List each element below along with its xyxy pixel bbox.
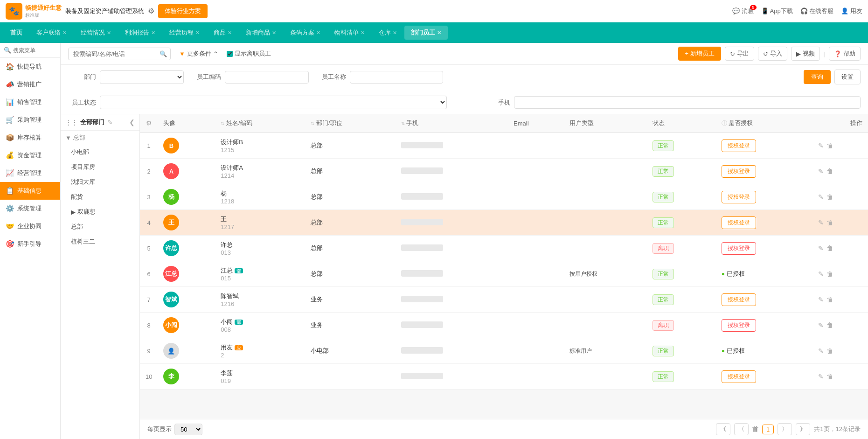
auth-login-button[interactable]: 授权登录: [722, 139, 756, 152]
edit-icon[interactable]: ✎: [818, 219, 824, 226]
sort-icon-name[interactable]: ⇅: [221, 121, 224, 126]
settings-icon[interactable]: ⚙: [146, 119, 152, 127]
dept-item-project[interactable]: 项目库房: [61, 160, 139, 174]
auth-login-button[interactable]: 授权登录: [722, 293, 756, 306]
show-resigned-input[interactable]: [227, 51, 233, 57]
filter-dept-select[interactable]: [100, 70, 184, 84]
current-page[interactable]: 1: [762, 425, 774, 434]
tab-customer[interactable]: 客户联络 ✕: [30, 26, 73, 40]
edit-icon[interactable]: ✎: [818, 270, 824, 278]
delete-icon[interactable]: 🗑: [826, 142, 833, 149]
edit-icon[interactable]: ✎: [818, 296, 824, 303]
tab-profit[interactable]: 利润报告 ✕: [118, 26, 162, 40]
delete-icon[interactable]: 🗑: [826, 244, 833, 252]
search-input[interactable]: [68, 48, 171, 60]
sidebar-search-input[interactable]: [13, 47, 61, 54]
edit-icon[interactable]: ✎: [107, 118, 113, 126]
status-badge: 正常: [653, 371, 674, 382]
sidebar-item-finance[interactable]: 💰 资金管理: [0, 146, 60, 164]
export-button[interactable]: ↻ 导出: [725, 47, 754, 61]
auth-login-button[interactable]: 授权登录: [722, 191, 756, 203]
delete-icon[interactable]: 🗑: [826, 193, 833, 201]
all-dept-label[interactable]: 全部部门: [80, 118, 104, 126]
message-area[interactable]: 💬 消息 5: [732, 7, 754, 15]
tab-new-goods[interactable]: 新增商品 ✕: [239, 26, 283, 40]
delete-icon[interactable]: 🗑: [826, 219, 833, 226]
delete-icon[interactable]: 🗑: [826, 373, 833, 380]
tab-operation[interactable]: 经营情况 ✕: [74, 26, 118, 40]
table-row: 2 A 设计师A1214 总部 正常 授权登录 ✎ 🗑: [140, 159, 868, 184]
sidebar-item-sales[interactable]: 📊 销售管理: [0, 93, 60, 111]
dept-item-headquarters[interactable]: 总部: [61, 219, 139, 234]
filter-empname-input[interactable]: [350, 71, 443, 84]
help-button[interactable]: ❓ 帮助: [829, 47, 861, 61]
delete-icon[interactable]: 🗑: [826, 321, 833, 329]
dept-item-small-elec[interactable]: 小电部: [61, 145, 139, 160]
trial-button[interactable]: 体验行业方案: [158, 4, 208, 18]
sidebar-item-basic-info[interactable]: 📋 基础信息: [0, 182, 60, 200]
add-employee-button[interactable]: + 新增员工: [678, 47, 721, 61]
auth-login-button[interactable]: 授权登录: [722, 216, 756, 229]
delete-icon[interactable]: 🗑: [826, 347, 833, 355]
filter-empcode-input[interactable]: [225, 71, 309, 84]
view-button[interactable]: ▶ 视频: [791, 47, 820, 61]
edit-icon[interactable]: ✎: [818, 321, 824, 329]
delete-icon[interactable]: 🗑: [826, 167, 833, 175]
edit-icon[interactable]: ✎: [818, 373, 824, 380]
tab-barcode[interactable]: 条码方案 ✕: [284, 26, 327, 40]
toolbar: 🔍 ▼ 更多条件 ⌃ 显示离职员工 + 新增员工 ↻ 导出 ↺ 导入: [61, 43, 868, 65]
delete-icon[interactable]: 🗑: [826, 296, 833, 303]
dept-item-distribution[interactable]: 配货: [61, 189, 139, 204]
auth-login-button[interactable]: 授权登录: [722, 319, 756, 332]
sort-icon-dept[interactable]: ⇅: [311, 121, 314, 126]
prev-page-btn[interactable]: 〈: [734, 423, 749, 435]
query-button[interactable]: 查询: [804, 70, 831, 84]
sort-icon-phone[interactable]: ⇅: [401, 121, 405, 126]
tab-goods[interactable]: 商品 ✕: [207, 26, 238, 40]
sidebar-item-marketing[interactable]: 📣 营销推广: [0, 76, 60, 93]
first-page-btn[interactable]: 《: [716, 423, 730, 435]
gear-icon[interactable]: ⚙: [148, 7, 154, 15]
sidebar-item-collab[interactable]: 🤝 企业协同: [0, 217, 60, 235]
tab-dept-staff[interactable]: 部门员工 ✕: [404, 26, 448, 40]
dept-item-shuanglu[interactable]: ▶ 双鹿想: [61, 204, 139, 219]
last-page-btn[interactable]: 》: [796, 423, 810, 435]
edit-icon[interactable]: ✎: [818, 142, 824, 149]
dept-item-zhishu[interactable]: 植树王二: [61, 234, 139, 249]
sidebar-item-inventory[interactable]: 📦 库存核算: [0, 129, 60, 146]
edit-icon[interactable]: ✎: [818, 167, 824, 175]
tab-home[interactable]: 首页: [4, 26, 29, 40]
edit-icon[interactable]: ✎: [818, 347, 824, 355]
sidebar-item-business[interactable]: 📈 经营管理: [0, 164, 60, 182]
filter-phone-input[interactable]: [514, 96, 861, 109]
auth-login-button[interactable]: 授权登录: [722, 370, 756, 383]
online-service[interactable]: 🎧 在线客服: [800, 7, 834, 15]
setting-button[interactable]: 设置: [834, 70, 861, 84]
more-filter-btn[interactable]: ▼ 更多条件 ⌃: [175, 48, 222, 60]
row-auth: ● 已授权: [716, 338, 813, 364]
sidebar-item-guide[interactable]: 🎯 新手引导: [0, 235, 60, 253]
tab-material[interactable]: 物料清单 ✕: [328, 26, 371, 40]
import-button[interactable]: ↺ 导入: [758, 47, 787, 61]
next-page-btn[interactable]: 〉: [778, 423, 792, 435]
page-size-select[interactable]: 50 100: [174, 424, 202, 435]
user-area[interactable]: 👤 用友: [841, 7, 862, 15]
row-num: 2: [140, 159, 158, 184]
sidebar-item-purchase[interactable]: 🛒 采购管理: [0, 111, 60, 129]
row-dept: 小电部: [305, 338, 395, 364]
edit-icon[interactable]: ✎: [818, 244, 824, 252]
sidebar-item-system[interactable]: ⚙️ 系统管理: [0, 200, 60, 217]
show-resigned-checkbox[interactable]: 显示离职员工: [227, 49, 271, 58]
sidebar-item-quick-nav[interactable]: 🏠 快捷导航: [0, 58, 60, 76]
tab-history[interactable]: 经营历程 ✕: [163, 26, 206, 40]
app-download[interactable]: 📱 App下载: [761, 7, 793, 15]
filter-status-select[interactable]: [100, 96, 447, 109]
dept-item-shenyang[interactable]: 沈阳大库: [61, 174, 139, 189]
info-icon[interactable]: ⓘ: [722, 120, 727, 126]
auth-login-button[interactable]: 授权登录: [722, 165, 756, 178]
collapse-icon[interactable]: ❮: [129, 118, 135, 126]
edit-icon[interactable]: ✎: [818, 193, 824, 201]
auth-login-button[interactable]: 授权登录: [722, 242, 756, 255]
delete-icon[interactable]: 🗑: [826, 270, 833, 278]
tab-warehouse[interactable]: 仓库 ✕: [372, 26, 403, 40]
